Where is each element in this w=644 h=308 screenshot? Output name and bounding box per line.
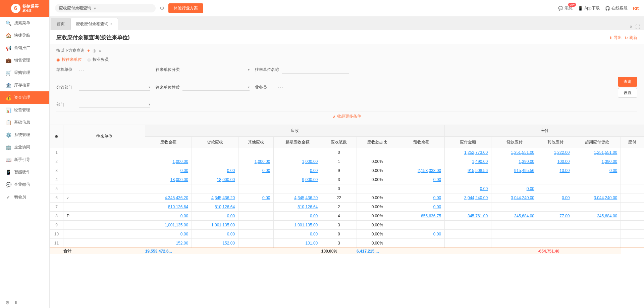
settings-col-header[interactable]: ⚙ bbox=[50, 125, 63, 148]
table-cell[interactable]: 13.00 bbox=[538, 166, 573, 175]
table-cell[interactable]: 345,684.00 bbox=[573, 212, 621, 221]
department-dropdown[interactable]: ▾ bbox=[79, 101, 150, 108]
app-download-button[interactable]: 📱 App下载 bbox=[578, 5, 599, 11]
footer-prepay[interactable]: 6,417,215.... bbox=[357, 248, 398, 254]
table-cell[interactable]: 345,761.00 bbox=[445, 212, 491, 221]
promo-button[interactable]: 体验行业方案 bbox=[168, 3, 203, 13]
table-cell[interactable]: 0.00 bbox=[398, 203, 445, 212]
sidebar-item-inventory[interactable]: 🏦 库存核算 bbox=[0, 79, 49, 91]
table-cell[interactable]: 3,044,240.00 bbox=[445, 193, 491, 203]
table-cell[interactable]: 0.00 bbox=[491, 184, 538, 193]
table-cell[interactable]: 810,126.64 bbox=[145, 203, 192, 212]
export-button[interactable]: ⬆ 导出 bbox=[609, 35, 622, 41]
nature-dropdown[interactable]: ▾ bbox=[182, 84, 250, 91]
table-cell[interactable]: 1,222.00 bbox=[538, 148, 573, 157]
table-cell[interactable]: 1,000.00 bbox=[274, 157, 321, 166]
refresh-button[interactable]: ↻ 刷新 bbox=[625, 35, 637, 41]
table-cell[interactable]: 0.00 bbox=[192, 230, 238, 239]
table-cell[interactable]: 810,126.64 bbox=[274, 203, 321, 212]
filter-settings-icon[interactable]: ◎ bbox=[93, 48, 96, 53]
footer-recv-total[interactable]: 19,553,472,6... bbox=[145, 248, 192, 254]
table-cell[interactable]: 0.00 bbox=[538, 193, 573, 203]
table-cell[interactable]: 0.00 bbox=[145, 212, 192, 221]
sidebar-item-marketing[interactable]: 📢 营销推广 bbox=[0, 42, 49, 54]
settlement-dots[interactable]: ··· bbox=[79, 67, 85, 73]
dept-dropdown[interactable]: ▾ bbox=[79, 84, 150, 91]
table-cell[interactable]: 1,001,135.00 bbox=[145, 221, 192, 230]
service-button[interactable]: 🎧 在线客服 bbox=[605, 5, 628, 11]
query-button[interactable]: 查询 bbox=[618, 77, 637, 87]
table-cell[interactable]: 655,636.75 bbox=[398, 212, 445, 221]
table-cell[interactable]: 3,044,240.00 bbox=[573, 193, 621, 203]
unitname-input[interactable] bbox=[282, 66, 349, 74]
table-cell[interactable]: 2,153,333.00 bbox=[398, 166, 445, 175]
collapse-more-button[interactable]: ∧ 收起更多条件 bbox=[56, 111, 637, 121]
table-cell[interactable]: 1,252,773.00 bbox=[445, 148, 491, 157]
sidebar-item-basic[interactable]: 📋 基础信息 bbox=[0, 116, 49, 129]
sidebar-item-operation[interactable]: 📊 经营管理 bbox=[0, 104, 49, 116]
table-cell[interactable]: 1,000.00 bbox=[145, 157, 192, 166]
category-dropdown[interactable]: ▾ bbox=[182, 67, 250, 73]
table-cell[interactable]: 0.00 bbox=[398, 193, 445, 203]
sidebar-item-member[interactable]: ✓ 畅会员 bbox=[0, 191, 49, 203]
table-cell[interactable]: 1,001,135.00 bbox=[192, 221, 238, 230]
table-cell[interactable]: 9,000.00 bbox=[274, 175, 321, 184]
table-cell[interactable]: 0.00 bbox=[192, 166, 238, 175]
table-cell[interactable]: 18,000.00 bbox=[145, 175, 192, 184]
window-expand-icon[interactable]: ⛶ bbox=[635, 24, 640, 30]
sub-nav-by-unit[interactable]: ◉ 按往来单位 bbox=[56, 57, 82, 62]
table-cell[interactable]: 0.00 bbox=[445, 184, 491, 193]
table-cell[interactable]: 0.00 bbox=[145, 230, 192, 239]
table-cell[interactable]: 0.00 bbox=[274, 166, 321, 175]
table-cell[interactable]: 1,390.00 bbox=[491, 157, 538, 166]
table-cell[interactable]: 915,495.56 bbox=[491, 166, 538, 175]
sub-nav-by-salesperson[interactable]: ◎ 按业务员 bbox=[87, 57, 109, 62]
table-cell[interactable]: 810,126.64 bbox=[192, 203, 238, 212]
table-cell[interactable]: 152.00 bbox=[192, 239, 238, 248]
table-cell[interactable]: 0.00 bbox=[573, 166, 621, 175]
sidebar-item-hardware[interactable]: 📱 智能硬件 bbox=[0, 166, 49, 178]
table-cell[interactable]: 0.00 bbox=[274, 230, 321, 239]
settings-button[interactable]: 设置 bbox=[618, 88, 637, 98]
table-cell[interactable]: 3,044,240.00 bbox=[491, 193, 538, 203]
sidebar-item-guide[interactable]: 📖 新手引导 bbox=[0, 153, 49, 166]
message-button[interactable]: 💬 消息 99+ bbox=[558, 5, 573, 11]
tab-current[interactable]: 应收应付余额查询 × bbox=[70, 18, 118, 30]
table-cell[interactable]: 18,000.00 bbox=[192, 175, 238, 184]
table-cell[interactable]: 1,251,551.00 bbox=[573, 148, 621, 157]
table-cell[interactable]: 4,345,436.20 bbox=[145, 193, 192, 203]
sidebar-gear-icon[interactable]: ⚙ bbox=[5, 300, 10, 305]
sidebar-item-corp[interactable]: 🏢 企业协同 bbox=[0, 141, 49, 153]
salesperson-dots[interactable]: ··· bbox=[278, 85, 284, 90]
table-cell[interactable]: 0.00 bbox=[238, 166, 274, 175]
topbar-settings-icon[interactable]: ⚙ bbox=[160, 5, 164, 11]
table-cell[interactable]: 1,490.00 bbox=[445, 157, 491, 166]
sidebar-item-search[interactable]: 🔍 搜索菜单 bbox=[0, 17, 49, 29]
filter-add-button[interactable]: + bbox=[87, 48, 90, 53]
table-cell[interactable]: 152.00 bbox=[145, 239, 192, 248]
sidebar-collapse-icon[interactable]: ⏸ bbox=[14, 300, 18, 305]
table-cell[interactable]: 1,390.00 bbox=[573, 157, 621, 166]
table-cell[interactable]: 4,345,436.20 bbox=[192, 193, 238, 203]
breadcrumb[interactable]: 应收应付余额查询 ▾ bbox=[55, 4, 156, 12]
table-cell[interactable]: 0.00 bbox=[145, 166, 192, 175]
table-cell[interactable]: 1,000.00 bbox=[238, 157, 274, 166]
sidebar-item-quicknav[interactable]: 🏠 快捷导航 bbox=[0, 29, 49, 42]
tab-home[interactable]: 首页 bbox=[51, 18, 70, 30]
sidebar-item-finance[interactable]: 💰 资金管理 bbox=[0, 91, 49, 104]
table-cell[interactable]: 0.00 bbox=[398, 230, 445, 239]
table-cell[interactable]: 77.00 bbox=[538, 212, 573, 221]
tab-close-icon[interactable]: × bbox=[110, 22, 112, 26]
window-close-icon[interactable]: × bbox=[630, 24, 633, 30]
table-cell[interactable]: 0.00 bbox=[238, 193, 274, 203]
sidebar-item-purchase[interactable]: 🛒 采购管理 bbox=[0, 67, 49, 79]
table-cell[interactable]: 345,684.00 bbox=[491, 212, 538, 221]
table-cell[interactable]: 0.00 bbox=[274, 212, 321, 221]
sidebar-item-sales[interactable]: 💼 销售管理 bbox=[0, 54, 49, 67]
user-label[interactable]: Rit bbox=[633, 6, 639, 11]
filter-collapse-icon[interactable]: « bbox=[99, 48, 101, 53]
table-cell[interactable]: 915,508.56 bbox=[445, 166, 491, 175]
table-cell[interactable]: 100.00 bbox=[538, 157, 573, 166]
table-cell[interactable]: 4,345,436.20 bbox=[274, 193, 321, 203]
table-cell[interactable]: 101.00 bbox=[274, 239, 321, 248]
